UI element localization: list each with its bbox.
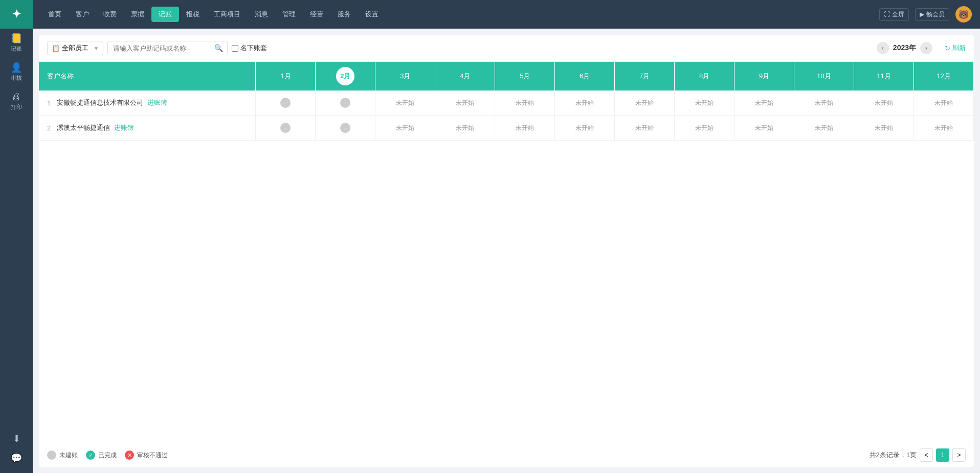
year-prev-button[interactable]: ‹ xyxy=(877,42,889,54)
search-box: 🔍 xyxy=(107,41,228,55)
nav-customer[interactable]: 客户 xyxy=(69,7,96,22)
employee-prefix-icon: 📋 xyxy=(52,44,60,52)
sidebar-item-print-label: 打印 xyxy=(11,103,22,111)
client-name: 漯澳太平畅捷通信 xyxy=(57,123,110,132)
client-name-cell: 2漯澳太平畅捷通信进账簿 xyxy=(39,116,256,141)
not-started-label: 未开始 xyxy=(815,99,833,106)
month-cell-3: 未开始 xyxy=(375,116,435,141)
month-cell-10: 未开始 xyxy=(794,91,854,116)
not-started-label: 未开始 xyxy=(635,124,654,131)
col-header-client: 客户名称 xyxy=(39,62,256,91)
total-records-text: 共2条记录，1页 xyxy=(870,451,917,460)
nav-fee[interactable]: 收费 xyxy=(96,7,124,22)
not-started-label: 未开始 xyxy=(516,124,534,131)
search-button[interactable]: 🔍 xyxy=(210,41,227,55)
nav-operation[interactable]: 经营 xyxy=(303,7,330,22)
month-cell-2: − xyxy=(316,116,375,141)
sidebar-item-audit-label: 审核 xyxy=(11,74,22,82)
status-dash-icon: − xyxy=(280,123,291,133)
main-card: 📋 全部员工 ▼ 🔍 名下账套 ‹ 2023年 › xyxy=(39,35,974,467)
month-cell-5: 未开始 xyxy=(495,116,555,141)
status-dash-icon: − xyxy=(280,98,291,108)
not-started-label: 未开始 xyxy=(934,99,953,106)
pagination-prev[interactable]: < xyxy=(920,448,933,462)
month-cell-6: 未开始 xyxy=(555,116,615,141)
not-started-label: 未开始 xyxy=(934,124,953,131)
nav-settings[interactable]: 设置 xyxy=(358,7,386,22)
nav-invoice[interactable]: 票据 xyxy=(124,7,151,22)
not-started-label: 未开始 xyxy=(815,124,833,131)
sidebar-item-bookkeeping-label: 记账 xyxy=(11,45,22,53)
legend-completed-label: 已完成 xyxy=(98,451,117,460)
my-accounts-checkbox[interactable] xyxy=(232,45,238,52)
col-header-m6: 6月 xyxy=(555,62,615,91)
enter-ledger-link[interactable]: 进账簿 xyxy=(114,123,134,132)
nav-manage[interactable]: 管理 xyxy=(275,7,303,22)
not-started-label: 未开始 xyxy=(396,124,414,131)
refresh-button[interactable]: ↻ 刷新 xyxy=(945,43,966,53)
legend-gray-dot xyxy=(47,451,56,460)
nav-business[interactable]: 工商项目 xyxy=(207,7,248,22)
col-header-m4: 4月 xyxy=(435,62,495,91)
avatar[interactable]: 🐻 xyxy=(955,6,972,22)
not-started-label: 未开始 xyxy=(755,99,773,106)
col-header-m2: 2月 xyxy=(316,62,375,91)
main-table: 客户名称 1月 2月 3月 4月 xyxy=(39,62,974,141)
sidebar-item-audit[interactable]: 👤 审核 xyxy=(0,58,33,87)
not-started-label: 未开始 xyxy=(456,99,474,106)
month-cell-12: 未开始 xyxy=(914,116,973,141)
month-cell-5: 未开始 xyxy=(495,91,555,116)
legend-rejected-label: 审核不通过 xyxy=(137,451,168,460)
not-started-label: 未开始 xyxy=(456,124,474,131)
legend-rejected: ✕ 审核不通过 xyxy=(125,451,168,460)
row-num: 1 xyxy=(47,99,51,107)
nav-service[interactable]: 服务 xyxy=(330,7,358,22)
checkbox-my-accounts[interactable]: 名下账套 xyxy=(232,43,267,53)
sidebar-item-bookkeeping[interactable]: 📒 记账 xyxy=(0,29,33,58)
month-cell-6: 未开始 xyxy=(555,91,615,116)
year-next-button[interactable]: › xyxy=(920,42,932,54)
nav-message[interactable]: 消息 xyxy=(248,7,275,22)
year-display: 2023年 xyxy=(893,43,916,53)
nav-bookkeeping[interactable]: 记账 xyxy=(151,7,179,22)
topnav-right: ⛶ 全屏 ▶ 畅会员 🐻 xyxy=(879,6,972,22)
member-button[interactable]: ▶ 畅会员 xyxy=(915,8,949,21)
employee-dropdown[interactable]: 📋 全部员工 ▼ xyxy=(47,41,103,55)
search-input[interactable] xyxy=(108,42,210,55)
topnav: 首页 客户 收费 票据 记账 报税 工商项目 消息 管理 经营 服务 设置 ⛶ … xyxy=(33,0,980,29)
month-cell-4: 未开始 xyxy=(435,116,495,141)
sidebar-item-support[interactable]: 💬 xyxy=(0,448,33,468)
support-icon: 💬 xyxy=(11,454,22,463)
app-logo: ✦ xyxy=(0,0,33,29)
month-cell-9: 未开始 xyxy=(734,91,794,116)
not-started-label: 未开始 xyxy=(875,124,893,131)
main-area: 首页 客户 收费 票据 记账 报税 工商项目 消息 管理 经营 服务 设置 ⛶ … xyxy=(33,0,980,473)
bookkeeping-icon: 📒 xyxy=(11,34,22,43)
table-footer: 未建账 ✓ 已完成 ✕ 审核不通过 共2条记录，1页 < 1 > xyxy=(39,443,974,467)
month-cell-10: 未开始 xyxy=(794,116,854,141)
col-header-m8: 8月 xyxy=(675,62,734,91)
client-name-cell: 1安徽畅捷通信息技术有限公司进账簿 xyxy=(39,91,256,116)
client-name: 安徽畅捷通信息技术有限公司 xyxy=(57,98,143,107)
active-month-badge: 2月 xyxy=(336,67,354,85)
sidebar-item-print[interactable]: 🖨 打印 xyxy=(0,87,33,116)
month-cell-9: 未开始 xyxy=(734,116,794,141)
pagination-page-1[interactable]: 1 xyxy=(936,448,949,462)
sidebar-item-download[interactable]: ⬇ xyxy=(0,429,33,448)
print-icon: 🖨 xyxy=(12,92,21,101)
member-icon: ▶ xyxy=(920,11,924,18)
pagination-next[interactable]: > xyxy=(952,448,966,462)
legend-completed: ✓ 已完成 xyxy=(86,451,117,460)
nav-home[interactable]: 首页 xyxy=(41,7,69,22)
not-started-label: 未开始 xyxy=(695,124,714,131)
month-cell-8: 未开始 xyxy=(675,116,734,141)
col-header-m7: 7月 xyxy=(615,62,675,91)
legend-not-created: 未建账 xyxy=(47,451,78,460)
fullscreen-button[interactable]: ⛶ 全屏 xyxy=(879,8,909,21)
toolbar: 📋 全部员工 ▼ 🔍 名下账套 ‹ 2023年 › xyxy=(39,35,974,62)
legend-green-dot: ✓ xyxy=(86,451,95,460)
month-cell-2: − xyxy=(316,91,375,116)
enter-ledger-link[interactable]: 进账簿 xyxy=(147,98,167,107)
nav-tax[interactable]: 报税 xyxy=(179,7,207,22)
table-wrapper: 客户名称 1月 2月 3月 4月 xyxy=(39,62,974,443)
